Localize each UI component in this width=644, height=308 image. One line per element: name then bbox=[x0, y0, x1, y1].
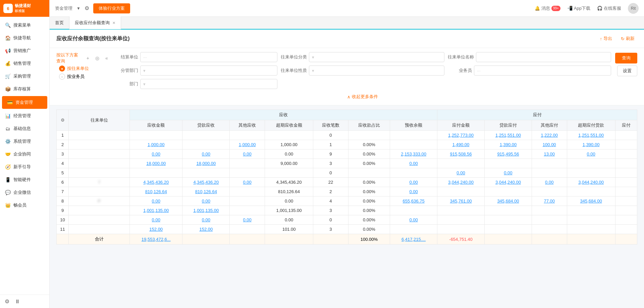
sidebar-item-hardware[interactable]: 📱 智能硬件 bbox=[0, 173, 49, 186]
row-cell[interactable]: 810,126.64 bbox=[182, 187, 230, 196]
notification-item[interactable]: 🔔 消息 99+ bbox=[535, 5, 560, 11]
sidebar-item-inventory[interactable]: 📦 库存核算 bbox=[0, 83, 49, 95]
topbar-dropdown[interactable]: ▼ bbox=[76, 6, 80, 11]
row-cell[interactable] bbox=[230, 159, 265, 168]
row-cell[interactable]: 345,684.00 bbox=[484, 196, 532, 206]
row-cell[interactable] bbox=[567, 168, 615, 178]
row-cell[interactable]: 3,044,240.00 bbox=[484, 178, 532, 187]
row-cell[interactable]: 77.00 bbox=[532, 196, 567, 206]
row-cell[interactable]: 0.00 bbox=[182, 215, 230, 225]
row-cell[interactable] bbox=[532, 187, 567, 196]
row-cell[interactable]: 1,490.00 bbox=[437, 140, 485, 149]
row-cell[interactable]: 915,508.56 bbox=[437, 149, 485, 159]
branch-dept-input[interactable]: ▾ bbox=[140, 65, 277, 76]
row-cell[interactable]: 1,001,135.00 bbox=[182, 206, 230, 215]
row-cell[interactable] bbox=[484, 159, 532, 168]
settings-button[interactable]: 设置 bbox=[617, 65, 637, 76]
row-cell[interactable] bbox=[230, 168, 265, 178]
sidebar-item-collab[interactable]: 🤝 企业协同 bbox=[0, 148, 49, 161]
row-cell[interactable]: 0.00 bbox=[532, 178, 567, 187]
row-cell[interactable]: 1,001,135.00 bbox=[130, 206, 182, 215]
row-cell[interactable] bbox=[390, 225, 437, 234]
row-cell[interactable] bbox=[567, 159, 615, 168]
row-cell[interactable]: 345,684.00 bbox=[567, 196, 615, 206]
row-cell[interactable] bbox=[390, 140, 437, 149]
row-cell[interactable] bbox=[437, 159, 485, 168]
row-cell[interactable]: 3,044,240.00 bbox=[437, 178, 485, 187]
row-cell[interactable]: 1,390.00 bbox=[567, 140, 615, 149]
sidebar-item-operations[interactable]: 📊 经营管理 bbox=[0, 109, 49, 122]
row-cell[interactable] bbox=[230, 131, 265, 140]
row-cell[interactable] bbox=[437, 206, 485, 215]
row-cell[interactable]: 345,761.00 bbox=[437, 196, 485, 206]
row-cell[interactable]: 1,252,773.00 bbox=[437, 131, 485, 140]
row-cell[interactable] bbox=[484, 187, 532, 196]
footer-recv-advance[interactable]: 6,417,215.... bbox=[390, 234, 437, 245]
row-cell[interactable]: 0.00 bbox=[437, 168, 485, 178]
footer-recv-amount[interactable]: 19,553,472,6... bbox=[130, 234, 182, 245]
row-cell[interactable] bbox=[230, 196, 265, 206]
row-cell[interactable] bbox=[484, 225, 532, 234]
row-cell[interactable]: 655,636.75 bbox=[390, 196, 437, 206]
row-cell[interactable] bbox=[484, 215, 532, 225]
tab-close-icon[interactable]: ✕ bbox=[112, 21, 115, 25]
row-cell[interactable]: 0.00 bbox=[230, 215, 265, 225]
row-cell[interactable]: 152.00 bbox=[182, 225, 230, 234]
row-cell[interactable] bbox=[567, 187, 615, 196]
row-cell[interactable] bbox=[182, 140, 230, 149]
row-cell[interactable]: 0.00 bbox=[390, 215, 437, 225]
topbar-gear-icon[interactable]: ⚙ bbox=[85, 5, 89, 11]
row-cell[interactable] bbox=[390, 168, 437, 178]
sidebar-item-sales[interactable]: 💰 销售管理 bbox=[0, 57, 49, 70]
sidebar-item-finance[interactable]: 💳 资金管理 bbox=[2, 96, 47, 109]
scheme-by-unit[interactable]: ● 按往来单位 bbox=[59, 65, 110, 72]
row-cell[interactable]: 810,126.64 bbox=[130, 187, 182, 196]
app-download-item[interactable]: 📲 App下载 bbox=[567, 5, 590, 11]
row-cell[interactable]: 1,222.00 bbox=[532, 131, 567, 140]
row-cell[interactable]: 4,345,436.20 bbox=[182, 178, 230, 187]
unit-category-input[interactable]: ▾ bbox=[309, 52, 444, 62]
row-cell[interactable]: 0.00 bbox=[390, 159, 437, 168]
row-cell[interactable]: 1,000.00 bbox=[230, 140, 265, 149]
sidebar-collapse-icon[interactable]: ⏸ bbox=[15, 299, 20, 305]
row-cell[interactable] bbox=[567, 215, 615, 225]
row-cell[interactable] bbox=[130, 168, 182, 178]
row-cell[interactable]: 0.00 bbox=[130, 149, 182, 159]
target-scheme-icon[interactable]: ◎ bbox=[94, 54, 101, 62]
sidebar-item-search-menu[interactable]: 🔍 搜索菜单 bbox=[0, 19, 49, 32]
tab-query[interactable]: 应收应付余额查询 ✕ bbox=[69, 16, 121, 29]
row-cell[interactable]: 152.00 bbox=[130, 225, 182, 234]
row-cell[interactable]: 0.00 bbox=[130, 196, 182, 206]
sidebar-item-member[interactable]: 👑 畅会员 bbox=[0, 199, 49, 212]
scheme-by-salesman[interactable]: ○ 按业务员 bbox=[59, 74, 110, 80]
row-cell[interactable]: 2,153,333.00 bbox=[390, 149, 437, 159]
filter-collapse-btn[interactable]: ∧ 收起更多条件 bbox=[114, 92, 611, 101]
row-cell[interactable] bbox=[130, 131, 182, 140]
row-cell[interactable] bbox=[182, 168, 230, 178]
collapse-scheme-icon[interactable]: « bbox=[103, 54, 110, 62]
sidebar-item-guide[interactable]: 🧭 新手引导 bbox=[0, 161, 49, 173]
query-button[interactable]: 查询 bbox=[615, 53, 637, 63]
settlement-unit-input[interactable]: ··· bbox=[140, 52, 277, 62]
unit-nature-input[interactable]: ▾ bbox=[309, 65, 444, 76]
industry-plan-button[interactable]: 体验行业方案 bbox=[93, 3, 130, 13]
row-cell[interactable]: 100.00 bbox=[532, 140, 567, 149]
row-cell[interactable] bbox=[532, 168, 567, 178]
row-cell[interactable]: 1,390.00 bbox=[484, 140, 532, 149]
row-cell[interactable]: 18,000.00 bbox=[130, 159, 182, 168]
export-button[interactable]: ↑ 导出 bbox=[597, 34, 615, 43]
row-cell[interactable]: 0.00 bbox=[390, 187, 437, 196]
row-cell[interactable]: 0.00 bbox=[484, 168, 532, 178]
sidebar-item-purchase[interactable]: 🛒 采购管理 bbox=[0, 70, 49, 83]
row-cell[interactable] bbox=[532, 159, 567, 168]
row-cell[interactable] bbox=[567, 225, 615, 234]
table-setting-icon[interactable]: ⚙ bbox=[57, 110, 69, 131]
row-cell[interactable] bbox=[532, 225, 567, 234]
row-cell[interactable] bbox=[437, 215, 485, 225]
row-cell[interactable]: 4,345,436.20 bbox=[130, 178, 182, 187]
row-cell[interactable]: 0.00 bbox=[182, 149, 230, 159]
refresh-button[interactable]: ↻ 刷新 bbox=[618, 34, 637, 43]
tab-home[interactable]: 首页 bbox=[50, 16, 69, 29]
row-cell[interactable] bbox=[182, 131, 230, 140]
salesman-input[interactable]: ··· bbox=[474, 65, 611, 76]
